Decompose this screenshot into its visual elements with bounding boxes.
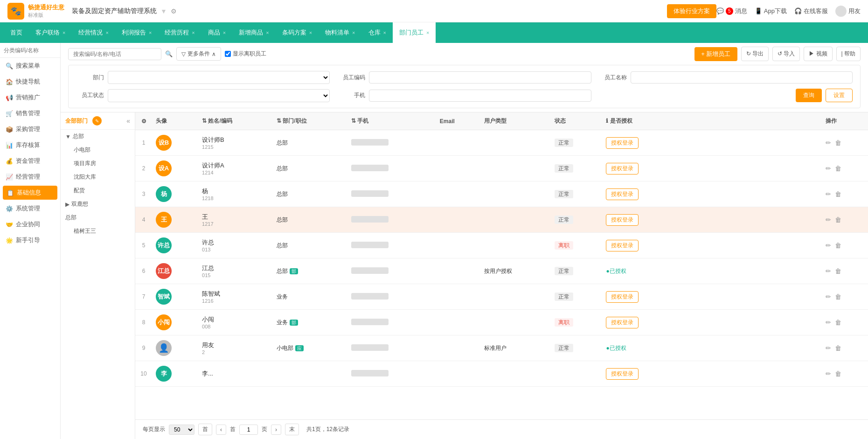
sidebar-item-purchase[interactable]: 📦 采购管理 xyxy=(0,121,60,137)
close-icon[interactable]: × xyxy=(383,30,386,35)
delete-icon[interactable]: 🗑 xyxy=(835,319,841,326)
sidebar-item-finance[interactable]: 💰 资金管理 xyxy=(0,153,60,169)
settings-icon[interactable]: ⚙ xyxy=(171,7,177,15)
sidebar-item-guide[interactable]: 🌟 新手引导 xyxy=(0,232,60,248)
close-icon[interactable]: × xyxy=(352,30,355,35)
sidebar-item-system[interactable]: ⚙️ 系统管理 xyxy=(0,201,60,216)
nav-item-profit[interactable]: 利润报告× xyxy=(115,22,158,43)
auth-button[interactable]: 授权登录 xyxy=(606,163,639,174)
edit-icon[interactable]: ✏ xyxy=(826,344,831,352)
close-icon[interactable]: × xyxy=(149,30,152,35)
auth-button[interactable]: 授权登录 xyxy=(606,214,639,226)
col-dept-position[interactable]: ⇅ 部门/职位 xyxy=(273,112,347,130)
last-page-button[interactable]: 末 xyxy=(285,424,299,435)
close-icon[interactable]: × xyxy=(105,30,108,35)
delete-icon[interactable]: 🗑 xyxy=(835,190,841,198)
dept-all-label[interactable]: 全部部门 xyxy=(65,117,88,125)
delete-icon[interactable]: 🗑 xyxy=(835,344,841,352)
show-resigned-checkbox[interactable] xyxy=(225,51,231,57)
search-trigger-icon[interactable]: 🔍 xyxy=(165,50,173,57)
phone-input[interactable] xyxy=(369,90,591,102)
delete-icon[interactable]: 🗑 xyxy=(835,267,841,275)
delete-icon[interactable]: 🗑 xyxy=(835,293,841,300)
nav-item-employee[interactable]: 部门员工× xyxy=(393,22,436,43)
close-icon[interactable]: × xyxy=(309,30,312,35)
edit-icon[interactable]: ✏ xyxy=(826,293,831,300)
nav-item-customer[interactable]: 客户联络× xyxy=(29,22,72,43)
delete-icon[interactable]: 🗑 xyxy=(835,165,841,172)
nav-item-goods[interactable]: 商品× xyxy=(201,22,232,43)
auth-button[interactable]: 授权登录 xyxy=(606,317,639,328)
delete-icon[interactable]: 🗑 xyxy=(835,242,841,249)
trial-button[interactable]: 体验行业方案 xyxy=(667,4,716,18)
user-item[interactable]: 用友 xyxy=(835,6,861,17)
auth-button[interactable]: 授权登录 xyxy=(606,137,639,149)
auth-button[interactable]: 授权登录 xyxy=(606,188,639,200)
dept-tree-item-hq2[interactable]: 总部 xyxy=(61,211,135,224)
help-button[interactable]: | 帮助 xyxy=(836,47,861,61)
auth-button[interactable]: 授权登录 xyxy=(606,291,639,303)
close-icon[interactable]: × xyxy=(426,30,429,35)
more-conditions-button[interactable]: ▽ 更多条件 ∧ xyxy=(176,47,221,61)
query-button[interactable]: 查询 xyxy=(796,89,822,102)
dept-tree-item-shuanglu[interactable]: ▶ 双鹿想 xyxy=(61,197,135,211)
sidebar-item-search[interactable]: 🔍 搜索菜单 xyxy=(0,58,60,74)
sidebar-search-input[interactable] xyxy=(4,47,61,54)
col-phone[interactable]: ⇅ 手机 xyxy=(347,112,436,130)
employee-name-input[interactable] xyxy=(631,71,853,84)
col-name-code[interactable]: ⇅ 姓名/编码 xyxy=(198,112,273,130)
edit-icon[interactable]: ✏ xyxy=(826,242,831,249)
show-resigned-checkbox-label[interactable]: 显示离职员工 xyxy=(225,50,266,58)
delete-icon[interactable]: 🗑 xyxy=(835,370,841,377)
delete-icon[interactable]: 🗑 xyxy=(835,216,841,223)
message-item[interactable]: 💬 5 消息 xyxy=(716,7,747,15)
col-settings[interactable]: ⚙ xyxy=(135,112,152,130)
auth-button[interactable]: 授权登录 xyxy=(606,368,639,380)
edit-icon[interactable]: ✏ xyxy=(826,216,831,223)
sidebar-item-quicknav[interactable]: 🏠 快捷导航 xyxy=(0,74,60,90)
dept-all-btn[interactable]: ✎ xyxy=(92,116,102,125)
dept-tree-item-xd[interactable]: 小电部 xyxy=(61,143,135,157)
sidebar-item-basic[interactable]: 📋 基础信息 xyxy=(3,186,57,200)
nav-item-bom[interactable]: 物料清单× xyxy=(319,22,361,43)
close-icon[interactable]: × xyxy=(62,30,65,35)
sidebar-item-inventory[interactable]: 📊 库存核算 xyxy=(0,137,60,153)
app-download-item[interactable]: 📱 App下载 xyxy=(755,7,787,15)
edit-icon[interactable]: ✏ xyxy=(826,267,831,275)
collapse-button[interactable]: « xyxy=(126,117,130,125)
nav-item-history[interactable]: 经营历程× xyxy=(158,22,201,43)
nav-item-operation[interactable]: 经营情况× xyxy=(72,22,115,43)
page-number-input[interactable] xyxy=(239,425,258,435)
search-input[interactable] xyxy=(68,48,161,60)
auth-button[interactable]: 授权登录 xyxy=(606,240,639,251)
nav-item-warehouse[interactable]: 仓库× xyxy=(362,22,393,43)
per-page-select[interactable]: 50 100 xyxy=(169,425,194,435)
dept-tree-item-headquarter-root[interactable]: ▼ 总部 xyxy=(61,130,135,143)
employee-status-select[interactable] xyxy=(108,89,330,102)
dept-tree-item-project[interactable]: 项目库房 xyxy=(61,157,135,170)
edit-icon[interactable]: ✏ xyxy=(826,190,831,198)
view-button[interactable]: ▶ 视频 xyxy=(804,47,832,61)
edit-icon[interactable]: ✏ xyxy=(826,139,831,146)
next-page-button[interactable]: › xyxy=(271,425,281,435)
dept-select[interactable] xyxy=(108,71,330,84)
col-auth[interactable]: ℹ 是否授权 xyxy=(602,112,681,130)
close-icon[interactable]: × xyxy=(266,30,269,35)
prev-page-button[interactable]: ‹ xyxy=(216,425,226,435)
sidebar-item-marketing[interactable]: 📢 营销推广 xyxy=(0,90,60,105)
set-button[interactable]: 设置 xyxy=(826,89,853,102)
export-button[interactable]: ↻ 导出 xyxy=(741,47,769,61)
edit-icon[interactable]: ✏ xyxy=(826,370,831,377)
sidebar-item-collaboration[interactable]: 🤝 企业协同 xyxy=(0,216,60,232)
employee-code-input[interactable] xyxy=(369,71,591,84)
import-button[interactable]: ↺ 导入 xyxy=(772,47,800,61)
sidebar-item-business[interactable]: 📈 经营管理 xyxy=(0,169,60,185)
first-page-button[interactable]: 首 xyxy=(198,424,212,435)
delete-icon[interactable]: 🗑 xyxy=(835,139,841,146)
edit-icon[interactable]: ✏ xyxy=(826,319,831,326)
close-icon[interactable]: × xyxy=(192,30,194,35)
dept-tree-item-shenyang[interactable]: 沈阳大库 xyxy=(61,170,135,184)
dept-tree-item-distribution[interactable]: 配货 xyxy=(61,184,135,197)
nav-item-home[interactable]: 首页 xyxy=(4,22,29,43)
nav-item-new-goods[interactable]: 新增商品× xyxy=(232,22,275,43)
